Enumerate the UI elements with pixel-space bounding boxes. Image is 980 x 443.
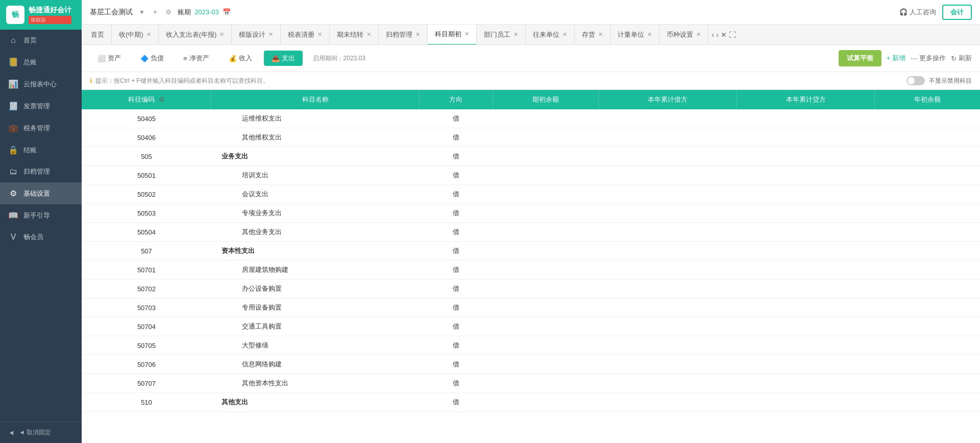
cell-opening-balance bbox=[493, 355, 598, 374]
tab-income-annual[interactable]: 收入支出表(年报) ✕ bbox=[159, 25, 232, 45]
company-dropdown-icon[interactable]: ▼ bbox=[139, 9, 145, 16]
tab-unit[interactable]: 计量单位 ✕ bbox=[610, 25, 659, 45]
tab-currency-close[interactable]: ✕ bbox=[696, 31, 701, 38]
table-row[interactable]: 50501培训支出借 bbox=[82, 166, 980, 185]
table-row[interactable]: 50406其他维权支出借 bbox=[82, 128, 980, 147]
calculate-btn[interactable]: 试算平衡 bbox=[839, 50, 881, 66]
sidebar-item-settings[interactable]: ⚙ 基础设置 bbox=[0, 182, 82, 204]
filter-tab-income[interactable]: 💰 收入 bbox=[221, 51, 260, 66]
cell-ytd-debit bbox=[598, 204, 737, 223]
cell-code: 50706 bbox=[82, 355, 211, 374]
table-row[interactable]: 50705大型修缮借 bbox=[82, 336, 980, 355]
sidebar-item-reports[interactable]: 📊 云报表中心 bbox=[0, 73, 82, 95]
table-row[interactable]: 50502会议支出借 bbox=[82, 185, 980, 204]
table-row[interactable]: 50702办公设备购置借 bbox=[82, 279, 980, 298]
table-row[interactable]: 50405运维维权支出借 bbox=[82, 109, 980, 128]
col-ytd-credit: 本年累计贷方 bbox=[737, 90, 875, 109]
cell-ytd-debit bbox=[598, 128, 737, 147]
filter-tab-liability[interactable]: 🔷 负债 bbox=[133, 51, 172, 66]
tab-subject-init[interactable]: 科目期初 ✕ bbox=[428, 25, 477, 45]
cell-direction: 借 bbox=[419, 128, 493, 147]
tab-template-close[interactable]: ✕ bbox=[268, 31, 273, 38]
tab-close-all[interactable]: ✕ bbox=[721, 31, 727, 39]
cell-direction: 借 bbox=[419, 317, 493, 336]
more-btn[interactable]: ⋯ 更多操作 bbox=[911, 54, 946, 63]
tab-interim-close[interactable]: ✕ bbox=[146, 31, 151, 38]
tab-inventory[interactable]: 存货 ✕ bbox=[575, 25, 610, 45]
tab-nav-next[interactable]: › bbox=[716, 31, 719, 39]
tab-period-end[interactable]: 期末结转 ✕ bbox=[330, 25, 379, 45]
tab-counterparty-close[interactable]: ✕ bbox=[562, 31, 567, 38]
tab-unit-close[interactable]: ✕ bbox=[647, 31, 652, 38]
tab-template[interactable]: 模版设计 ✕ bbox=[232, 25, 281, 45]
topbar: 基层工会测试 ▼ ＋ ⚙ 账期 2023-03 📅 🎧 人工咨询 会计 bbox=[82, 0, 980, 25]
tab-home[interactable]: 首页 bbox=[84, 25, 112, 45]
tab-archive-mgmt-close[interactable]: ✕ bbox=[415, 31, 420, 38]
tab-tax-table-label: 税表清册 bbox=[288, 30, 314, 39]
sidebar-item-tax[interactable]: 💼 税务管理 bbox=[0, 117, 82, 139]
tab-expand[interactable]: ⛶ bbox=[729, 31, 736, 39]
company-name: 基层工会测试 bbox=[90, 8, 133, 17]
table-row[interactable]: 50701房屋建筑物购建借 bbox=[82, 261, 980, 279]
table-row[interactable]: 50707其他资本性支出借 bbox=[82, 374, 980, 393]
help-btn[interactable]: 🎧 人工咨询 bbox=[899, 8, 936, 17]
company-settings-icon[interactable]: ⚙ bbox=[165, 8, 172, 16]
tab-interim[interactable]: 收(中期) ✕ bbox=[112, 25, 159, 45]
tab-archive-mgmt[interactable]: 归档管理 ✕ bbox=[379, 25, 428, 45]
filter-tab-expense[interactable]: 📤 支出 bbox=[264, 51, 303, 66]
sidebar-item-closing[interactable]: 🔒 结账 bbox=[0, 139, 82, 161]
sidebar-item-guide[interactable]: 📖 新手引导 bbox=[0, 204, 82, 226]
cell-year-opening bbox=[875, 298, 980, 317]
tab-tax-table-close[interactable]: ✕ bbox=[317, 31, 322, 38]
table-row[interactable]: 507资本性支出借 bbox=[82, 242, 980, 261]
period-value[interactable]: 2023-03 bbox=[194, 8, 219, 16]
table-row[interactable]: 50503专项业务支出借 bbox=[82, 204, 980, 223]
sidebar-item-general-ledger[interactable]: 📒 总账 bbox=[0, 51, 82, 73]
sidebar-item-home[interactable]: ⌂ 首页 bbox=[0, 30, 82, 51]
cell-year-opening bbox=[875, 261, 980, 279]
tab-counterparty[interactable]: 往来单位 ✕ bbox=[526, 25, 575, 45]
tab-income-annual-close[interactable]: ✕ bbox=[219, 31, 224, 38]
table-row[interactable]: 505业务支出借 bbox=[82, 147, 980, 166]
tab-subject-init-close[interactable]: ✕ bbox=[464, 31, 469, 37]
disabled-subject-toggle[interactable] bbox=[906, 76, 925, 85]
sidebar-item-invoice[interactable]: 🧾 发票管理 bbox=[0, 95, 82, 117]
filter-tab-asset[interactable]: ⬜ 资产 bbox=[90, 51, 129, 66]
col-settings-icon[interactable]: ⚙ bbox=[159, 96, 165, 103]
cell-code: 50504 bbox=[82, 223, 211, 242]
add-btn[interactable]: + 新增 bbox=[887, 54, 905, 63]
add-company-btn[interactable]: ＋ bbox=[151, 7, 159, 17]
cell-name: 培训支出 bbox=[211, 166, 419, 185]
sidebar-item-member[interactable]: V 畅会员 bbox=[0, 226, 82, 248]
cell-name: 房屋建筑物购建 bbox=[211, 261, 419, 279]
user-role-btn[interactable]: 会计 bbox=[942, 5, 972, 20]
cell-name: 专项业务支出 bbox=[211, 204, 419, 223]
tab-period-end-close[interactable]: ✕ bbox=[366, 31, 371, 38]
tab-tax-table[interactable]: 税表清册 ✕ bbox=[281, 25, 330, 45]
table-row[interactable]: 50504其他业务支出借 bbox=[82, 223, 980, 242]
table-row[interactable]: 510其他支出借 bbox=[82, 393, 980, 412]
col-name: 科目名称 bbox=[211, 90, 419, 109]
cell-direction: 借 bbox=[419, 261, 493, 279]
sidebar-item-archive[interactable]: 🗂 归档管理 bbox=[0, 161, 82, 182]
tab-dept-staff-close[interactable]: ✕ bbox=[513, 31, 518, 38]
cell-direction: 借 bbox=[419, 393, 493, 412]
calendar-icon[interactable]: 📅 bbox=[223, 8, 231, 16]
sidebar-item-label: 发票管理 bbox=[23, 102, 50, 111]
filter-tab-net-asset[interactable]: ≡ 净资产 bbox=[176, 51, 217, 66]
tab-currency[interactable]: 币种设置 ✕ bbox=[659, 25, 708, 45]
table-row[interactable]: 50706信息网络购建借 bbox=[82, 355, 980, 374]
table-row[interactable]: 50703专用设备购置借 bbox=[82, 298, 980, 317]
refresh-btn[interactable]: ↻ 刷新 bbox=[951, 54, 972, 63]
sidebar-item-label: 归档管理 bbox=[23, 167, 50, 176]
cell-name: 其他资本性支出 bbox=[211, 374, 419, 393]
cell-name: 信息网络购建 bbox=[211, 355, 419, 374]
tab-inventory-close[interactable]: ✕ bbox=[598, 31, 603, 38]
tab-nav-prev[interactable]: ‹ bbox=[712, 31, 714, 39]
sidebar-collapse-btn[interactable]: ◄ ◄ 取消固定 bbox=[0, 422, 82, 443]
table-row[interactable]: 50704交通工具购置借 bbox=[82, 317, 980, 336]
cell-ytd-debit bbox=[598, 298, 737, 317]
cell-year-opening bbox=[875, 204, 980, 223]
tab-dept-staff[interactable]: 部门员工 ✕ bbox=[477, 25, 526, 45]
cell-name: 运维维权支出 bbox=[211, 109, 419, 128]
